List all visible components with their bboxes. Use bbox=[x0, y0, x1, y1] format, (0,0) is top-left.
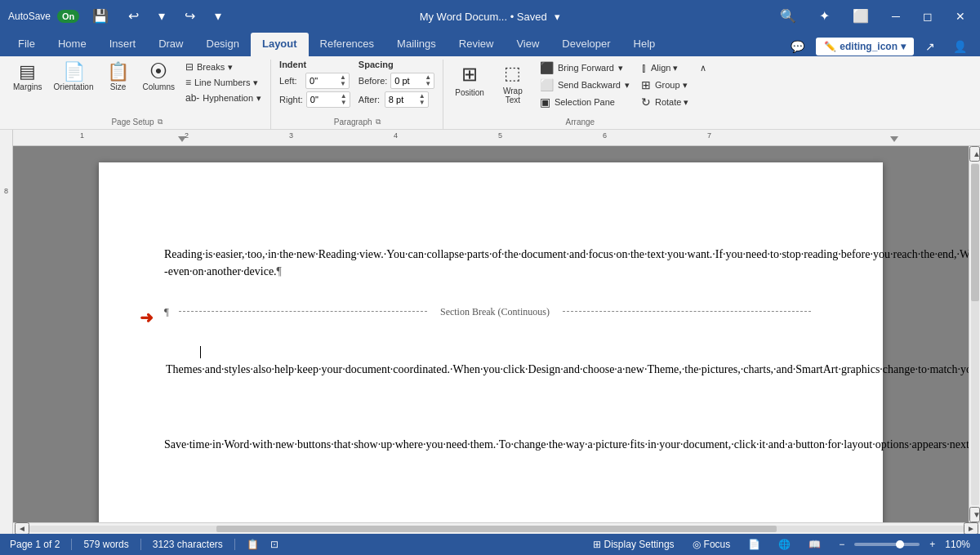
horizontal-scrollbar[interactable]: ◄ ► bbox=[13, 522, 980, 534]
section-break-label: Section Break (Continuous) bbox=[440, 304, 550, 319]
orientation-button[interactable]: 📄 Orientation bbox=[49, 60, 99, 95]
ruler-right-indent-marker[interactable] bbox=[890, 136, 898, 142]
indent-left-input[interactable]: ▲ ▼ bbox=[305, 73, 350, 89]
tab-file[interactable]: File bbox=[7, 33, 47, 56]
spacing-before-input[interactable]: ▲ ▼ bbox=[390, 73, 434, 89]
spacing-before-value[interactable] bbox=[394, 76, 424, 86]
tab-help[interactable]: Help bbox=[622, 33, 667, 56]
indent-right-input[interactable]: ▲ ▼ bbox=[306, 91, 350, 108]
indent-right-spin[interactable]: ▲ ▼ bbox=[340, 93, 348, 106]
v-scroll-track[interactable] bbox=[971, 163, 979, 505]
v-scroll-up[interactable]: ▲ bbox=[969, 146, 980, 162]
present-button[interactable]: ⬜ bbox=[846, 7, 875, 26]
document-area: 8 1 2 3 4 5 6 7 bbox=[0, 130, 980, 534]
indent-right-row: Right: ▲ ▼ bbox=[279, 91, 350, 109]
paragraph-reading[interactable]: Reading·is·easier,·too,·in·the·new·Readi… bbox=[164, 211, 817, 297]
search-button[interactable]: 🔍 bbox=[773, 7, 803, 26]
copilot-icon[interactable]: ✦ bbox=[813, 7, 836, 26]
paragraph-themes[interactable]: Themes·and·styles·also·help·keep·your·do… bbox=[164, 326, 817, 395]
ruler-indent-marker[interactable] bbox=[178, 136, 186, 142]
tab-home[interactable]: Home bbox=[47, 33, 98, 56]
send-backward-button[interactable]: ⬜ Send Backward ▾ bbox=[535, 77, 635, 93]
margins-button[interactable]: ▤ Margins bbox=[8, 60, 47, 95]
display-settings-button[interactable]: ⊞ Display Settings bbox=[588, 537, 679, 552]
columns-button[interactable]: ⦿ Columns bbox=[138, 60, 180, 95]
paragraph-expand-icon[interactable]: ⧉ bbox=[376, 118, 381, 127]
spacing-after-value[interactable] bbox=[389, 95, 418, 104]
collapse-ribbon-button[interactable]: ∧ bbox=[697, 61, 710, 75]
rotate-button[interactable]: ↻ Rotate ▾ bbox=[636, 94, 693, 110]
bring-forward-button[interactable]: ⬛ Bring Forward ▾ bbox=[535, 60, 635, 76]
title-dropdown[interactable]: ▾ bbox=[555, 11, 560, 23]
h-scroll-left[interactable]: ◄ bbox=[15, 522, 29, 534]
vertical-scrollbar[interactable]: ▲ ▼ bbox=[969, 146, 980, 522]
spacing-after-down[interactable]: ▼ bbox=[418, 100, 426, 106]
zoom-slider[interactable] bbox=[854, 543, 920, 546]
save-button[interactable]: 💾 bbox=[86, 7, 115, 26]
wrap-text-button[interactable]: ⬚ WrapText bbox=[492, 60, 533, 108]
profile-icon[interactable]: 👤 bbox=[947, 37, 973, 56]
undo-button[interactable]: ↩ bbox=[122, 7, 145, 26]
editing-mode-button[interactable]: ✏️ editing_icon ▾ bbox=[816, 38, 914, 56]
tab-view[interactable]: View bbox=[505, 33, 550, 56]
indent-right-down[interactable]: ▼ bbox=[340, 100, 348, 106]
indent-left-value[interactable] bbox=[310, 76, 339, 86]
tab-insert[interactable]: Insert bbox=[98, 33, 148, 56]
spacing-after-input[interactable]: ▲ ▼ bbox=[385, 91, 429, 108]
group-icon: ⊞ bbox=[641, 78, 651, 91]
hyphenation-button[interactable]: ab- Hyphenation ▾ bbox=[181, 91, 265, 105]
arrow-icon: ➜ bbox=[140, 305, 154, 330]
h-scroll-thumb[interactable] bbox=[216, 526, 777, 532]
tab-design[interactable]: Design bbox=[195, 33, 251, 56]
h-scroll-track[interactable] bbox=[29, 526, 964, 532]
tab-references[interactable]: References bbox=[309, 33, 385, 56]
v-scroll-down[interactable]: ▼ bbox=[969, 507, 980, 522]
v-scroll-thumb[interactable] bbox=[971, 164, 979, 301]
indent-right-value[interactable] bbox=[310, 95, 340, 104]
tab-review[interactable]: Review bbox=[448, 33, 506, 56]
share-icon[interactable]: ↗ bbox=[919, 37, 942, 56]
view-mode-read[interactable]: 📖 bbox=[804, 537, 826, 552]
line-numbers-button[interactable]: ≡ Line Numbers ▾ bbox=[181, 75, 265, 90]
spacing-before-spin[interactable]: ▲ ▼ bbox=[424, 74, 432, 87]
tab-draw[interactable]: Draw bbox=[147, 33, 194, 56]
zoom-out-button[interactable]: − bbox=[834, 537, 849, 552]
indent-left-spin[interactable]: ▲ ▼ bbox=[339, 74, 347, 87]
spacing-before-down[interactable]: ▼ bbox=[424, 81, 432, 87]
h-scroll-right[interactable]: ► bbox=[964, 522, 978, 534]
close-button[interactable]: ✕ bbox=[949, 7, 972, 25]
redo-button[interactable]: ↪ bbox=[178, 7, 202, 26]
spacing-after-spin[interactable]: ▲ ▼ bbox=[418, 93, 426, 106]
selection-pane-button[interactable]: ▣ Selection Pane bbox=[535, 94, 635, 110]
position-button[interactable]: ⊞ Position bbox=[448, 60, 491, 100]
paragraph-save[interactable]: Save·time·in·Word·with·new·buttons·that·… bbox=[164, 402, 817, 470]
size-button[interactable]: 📋 Size bbox=[100, 60, 136, 95]
minimize-button[interactable]: ─ bbox=[885, 7, 906, 25]
group-button[interactable]: ⊞ Group ▾ bbox=[636, 77, 693, 93]
breaks-button[interactable]: ⊟ Breaks ▾ bbox=[181, 60, 265, 74]
tab-mailings[interactable]: Mailings bbox=[385, 33, 448, 56]
customize-qat[interactable]: ▾ bbox=[208, 7, 228, 26]
align-button[interactable]: ⫿ Align ▾ bbox=[636, 60, 693, 76]
comments-icon[interactable]: 💬 bbox=[784, 37, 811, 56]
undo-dropdown[interactable]: ▾ bbox=[152, 7, 172, 26]
indent-left-down[interactable]: ▼ bbox=[339, 81, 347, 87]
doc-scroll[interactable]: ➜ Reading·is·easier,·too,·in·the·new·Rea… bbox=[13, 146, 969, 522]
page-setup-expand-icon[interactable]: ⧉ bbox=[158, 118, 163, 127]
tab-developer[interactable]: Developer bbox=[550, 33, 621, 56]
zoom-level: 110% bbox=[945, 539, 970, 550]
view-mode-page[interactable]: 📄 bbox=[743, 537, 765, 552]
view-mode-web[interactable]: 🌐 bbox=[773, 537, 795, 552]
autosave-toggle[interactable]: On bbox=[57, 10, 79, 23]
focus-label: Focus bbox=[704, 539, 731, 550]
restore-button[interactable]: ◻ bbox=[916, 7, 939, 25]
tab-layout[interactable]: Layout bbox=[251, 33, 309, 56]
para-themes-text: Themes·and·styles·also·help·keep·your·do… bbox=[166, 363, 969, 375]
zoom-in-button[interactable]: + bbox=[924, 537, 940, 552]
focus-button[interactable]: ◎ Focus bbox=[688, 537, 736, 552]
send-backward-dropdown[interactable]: ▾ bbox=[625, 80, 630, 91]
align-label: Align ▾ bbox=[651, 63, 679, 73]
page-setup-buttons: ▤ Margins 📄 Orientation 📋 Size ⦿ Columns… bbox=[8, 60, 265, 116]
columns-icon: ⦿ bbox=[149, 63, 167, 81]
bring-forward-dropdown[interactable]: ▾ bbox=[618, 63, 623, 73]
